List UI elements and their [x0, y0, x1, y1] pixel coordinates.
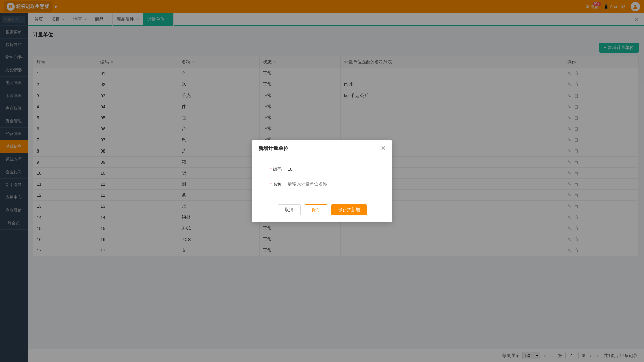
- code-label: 编码: [262, 166, 282, 172]
- code-field-row: 编码: [262, 165, 382, 173]
- modal-title: 新增计量单位: [258, 145, 288, 152]
- modal-header: 新增计量单位 ✕: [252, 140, 392, 157]
- cancel-button[interactable]: 取消: [278, 204, 301, 215]
- save-button[interactable]: 保存: [305, 204, 327, 215]
- modal-body: 编码 名称: [252, 157, 392, 200]
- modal-overlay[interactable]: 新增计量单位 ✕ 编码 名称 取消 保存 保存并新增: [0, 0, 644, 362]
- code-input[interactable]: [286, 165, 382, 173]
- save-and-new-button[interactable]: 保存并新增: [331, 204, 367, 215]
- modal-close-button[interactable]: ✕: [381, 145, 386, 152]
- name-field-row: 名称: [262, 180, 382, 188]
- name-label: 名称: [262, 181, 282, 187]
- name-input[interactable]: [286, 180, 382, 188]
- modal-footer: 取消 保存 保存并新增: [252, 200, 392, 222]
- add-unit-modal: 新增计量单位 ✕ 编码 名称 取消 保存 保存并新增: [252, 140, 392, 222]
